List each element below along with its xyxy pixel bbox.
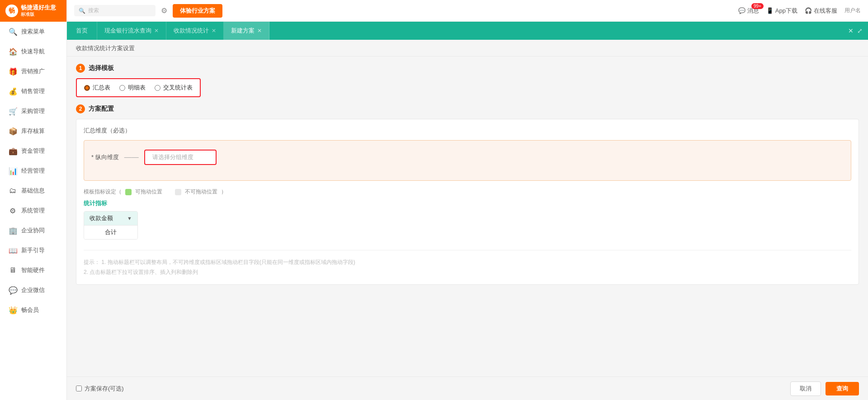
non-draggable-indicator [175, 189, 181, 195]
tabs-bar: 首页 现金银行流水查询 ✕ 收款情况统计 ✕ 新建方案 ✕ ✕ ⤢ [67, 22, 868, 40]
search-icon: 🔍 [9, 28, 17, 36]
online-service-item[interactable]: 🎧 在线客服 [805, 7, 837, 15]
app-icon: 📱 [766, 7, 774, 14]
topbar-right: 💬 消息 99+ 📱 App下载 🎧 在线客服 用户名 [738, 7, 861, 15]
dimension-section-title: 汇总维度（必选） [84, 127, 851, 135]
tab-new-plan[interactable]: 新建方案 ✕ [224, 22, 269, 40]
topbar-search-placeholder: 搜索 [88, 7, 99, 14]
sidebar-item-system[interactable]: ⚙ 系统管理 [0, 201, 66, 221]
tab-bank-flow-close-icon[interactable]: ✕ [154, 28, 159, 34]
cancel-button[interactable]: 取消 [790, 381, 821, 396]
tab-collection-stats-label: 收款情况统计 [174, 27, 209, 35]
trial-button[interactable]: 体验行业方案 [173, 4, 222, 18]
metrics-column-header[interactable]: 收款金额 ▼ [84, 212, 137, 226]
content-area: 1 选择模板 汇总表 明细表 [67, 56, 868, 376]
app-download-item[interactable]: 📱 App下载 [766, 7, 797, 15]
online-service-label: 在线客服 [814, 7, 837, 15]
sidebar-item-wechat[interactable]: 💬 企业微信 [0, 280, 66, 300]
template-selection-box: 汇总表 明细表 交叉统计表 [76, 78, 201, 97]
sidebar-item-marketing[interactable]: 🎁 营销推广 [0, 61, 66, 81]
user-name: 用户名 [844, 7, 861, 14]
building-icon: 🏢 [9, 226, 17, 235]
save-checkbox[interactable] [76, 386, 82, 391]
dimension-area: * 纵向维度 —— 请选择分组维度 [84, 140, 851, 181]
notifications-item[interactable]: 💬 消息 99+ [738, 7, 759, 15]
chart-icon: 📊 [9, 167, 17, 175]
sidebar-item-finance[interactable]: 💼 资金管理 [0, 141, 66, 161]
tab-collection-stats-close-icon[interactable]: ✕ [212, 28, 216, 34]
tips-section: 提示： 1. 拖动标题栏可以调整布局，不可跨维度或指标区域拖动栏目字段(只能在同… [84, 250, 851, 277]
sidebar: 畅 畅捷通好生意 标准版 🔍 搜索菜单 🏠 快速导航 🎁 营销推广 💰 销售管理… [0, 0, 67, 400]
tab-home-label: 首页 [76, 27, 88, 35]
sidebar-item-guide[interactable]: 📖 新手引导 [0, 240, 66, 260]
radio-detail-input[interactable] [119, 85, 125, 91]
tab-collection-stats[interactable]: 收款情况统计 ✕ [166, 22, 224, 40]
step2-header: 2 方案配置 [76, 104, 859, 113]
draggable-label: 可拖动位置 [135, 188, 162, 196]
sidebar-item-hardware[interactable]: 🖥 智能硬件 [0, 260, 66, 280]
money-icon: 💰 [9, 87, 17, 96]
metrics-chevron-icon[interactable]: ▼ [127, 216, 132, 221]
non-draggable-label: 不可拖动位置 [185, 188, 217, 196]
radio-detail[interactable]: 明细表 [119, 84, 146, 92]
sidebar-item-member[interactable]: 👑 畅会员 [0, 300, 66, 320]
metrics-group-label: 统计指标 [84, 199, 851, 207]
sidebar-item-operations[interactable]: 📊 经营管理 [0, 161, 66, 181]
radio-summary[interactable]: 汇总表 [84, 84, 110, 92]
close-window-icon[interactable]: ✕ [848, 27, 854, 34]
step2-number: 2 [76, 104, 85, 113]
sidebar-item-label: 搜索菜单 [21, 28, 45, 36]
radio-summary-input[interactable] [84, 85, 90, 91]
settings-icon[interactable]: ⚙ [161, 6, 167, 15]
book-icon: 📖 [9, 246, 17, 255]
box-icon: 📦 [9, 127, 17, 136]
topbar-search[interactable]: 🔍 搜索 [74, 5, 156, 16]
sidebar-item-quick-nav[interactable]: 🏠 快速导航 [0, 42, 66, 61]
sidebar-item-label: 畅会员 [21, 306, 39, 314]
topbar-search-icon: 🔍 [79, 8, 85, 14]
save-checkbox-area[interactable]: 方案保存(可选) [76, 385, 124, 393]
sidebar-item-sales[interactable]: 💰 销售管理 [0, 81, 66, 101]
metrics-header: 模板指标设定（ 可拖动位置 不可拖动位置 ） [84, 188, 851, 196]
main-area: 🔍 搜索 ⚙ 体验行业方案 💬 消息 99+ 📱 App下载 🎧 在线客服 用户… [67, 0, 868, 400]
radio-cross[interactable]: 交叉统计表 [155, 84, 193, 92]
tab-bank-flow[interactable]: 现金银行流水查询 ✕ [97, 22, 166, 40]
sidebar-item-inventory[interactable]: 📦 库存核算 [0, 121, 66, 141]
sidebar-item-label: 新手引导 [21, 246, 45, 254]
headset-icon: 🎧 [805, 7, 812, 14]
dimension-select[interactable]: 请选择分组维度 [144, 150, 217, 165]
cart-icon: 🛒 [9, 107, 17, 116]
maximize-icon[interactable]: ⤢ [857, 27, 863, 34]
sidebar-item-corp[interactable]: 🏢 企业协同 [0, 221, 66, 240]
logo-version: 标准版 [21, 11, 56, 18]
crown-icon: 👑 [9, 306, 17, 315]
gift-icon: 🎁 [9, 67, 17, 76]
metrics-section: 模板指标设定（ 可拖动位置 不可拖动位置 ） 统计指标 [84, 188, 851, 241]
sidebar-item-label: 经营管理 [21, 167, 45, 175]
dimension-placeholder: 请选择分组维度 [152, 154, 193, 160]
user-item[interactable]: 用户名 [844, 7, 861, 14]
bottom-bar: 方案保存(可选) 取消 查询 [67, 376, 868, 400]
radio-cross-input[interactable] [155, 85, 160, 91]
home-icon: 🏠 [9, 47, 17, 56]
app-download-label: App下载 [775, 7, 797, 15]
dimension-arrow: —— [124, 153, 139, 161]
tips-line1: 提示： 1. 拖动标题栏可以调整布局，不可跨维度或指标区域拖动栏目字段(只能在同… [84, 258, 851, 268]
metrics-row-total: 合计 [84, 226, 137, 239]
sidebar-item-basic-info[interactable]: 🗂 基础信息 [0, 181, 66, 201]
tab-new-plan-close-icon[interactable]: ✕ [257, 28, 262, 34]
logo-icon: 畅 [5, 5, 18, 17]
sidebar-item-purchase[interactable]: 🛒 采购管理 [0, 101, 66, 121]
tab-home[interactable]: 首页 [67, 22, 97, 40]
step1-number: 1 [76, 64, 85, 73]
query-button[interactable]: 查询 [826, 382, 859, 395]
sidebar-item-label: 库存核算 [21, 127, 45, 135]
sidebar-item-label: 采购管理 [21, 107, 45, 115]
briefcase-icon: 💼 [9, 147, 17, 155]
metrics-config-label-end: ） [221, 188, 226, 196]
sidebar-item-search[interactable]: 🔍 搜索菜单 [0, 22, 66, 42]
notifications-badge: 99+ [751, 3, 764, 9]
metrics-separator [166, 188, 171, 196]
tab-new-plan-label: 新建方案 [231, 27, 255, 35]
sidebar-item-label: 基础信息 [21, 187, 45, 195]
